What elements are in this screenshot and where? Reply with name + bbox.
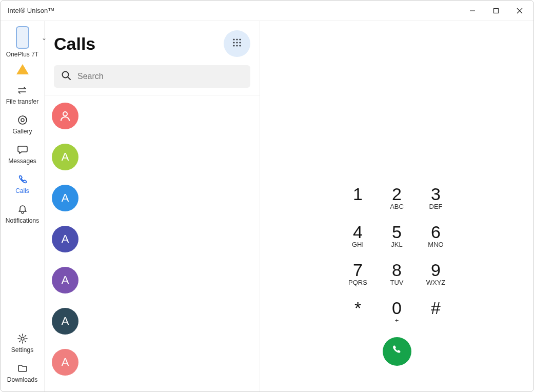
dialpad-key-0[interactable]: 0+ xyxy=(378,298,417,334)
sidebar-item-label: File transfer xyxy=(6,98,38,105)
dialpad-key-8[interactable]: 8TUV xyxy=(378,260,417,296)
call-button[interactable] xyxy=(383,337,411,366)
contact-avatar[interactable] xyxy=(52,103,78,129)
svg-point-13 xyxy=(233,45,234,46)
svg-point-18 xyxy=(63,112,67,116)
contacts-list[interactable]: AAAAAA xyxy=(45,95,260,391)
search-input[interactable] xyxy=(77,72,243,81)
device-selector[interactable]: ⌄ OnePlus 7T xyxy=(6,26,38,58)
sidebar-item-messages[interactable]: Messages xyxy=(1,140,44,169)
dialpad-key-5[interactable]: 5JKL xyxy=(378,222,417,258)
svg-line-17 xyxy=(68,77,71,80)
contact-avatar[interactable]: A xyxy=(52,349,78,376)
gear-icon xyxy=(17,333,28,344)
dialpad: 12ABC3DEF4GHI5JKL6MNO7PQRS8TUV9WXYZ*0+# xyxy=(339,184,456,334)
device-label: OnePlus 7T xyxy=(6,51,38,58)
dialpad-key-7[interactable]: 7PQRS xyxy=(339,260,378,296)
svg-point-8 xyxy=(236,38,238,40)
sidebar-item-label: Downloads xyxy=(7,376,37,383)
sidebar-item-label: Settings xyxy=(11,346,33,354)
svg-rect-1 xyxy=(494,8,499,13)
dialpad-key-3[interactable]: 3DEF xyxy=(417,184,456,220)
svg-point-11 xyxy=(236,42,238,43)
messages-icon xyxy=(17,144,28,155)
contact-avatar[interactable]: A xyxy=(52,185,78,211)
svg-point-6 xyxy=(21,337,24,340)
contact-avatar[interactable]: A xyxy=(52,308,78,335)
sidebar-item-file-transfer[interactable]: File transfer xyxy=(1,81,44,109)
svg-point-5 xyxy=(21,119,24,122)
dialpad-key-#[interactable]: # xyxy=(417,298,456,334)
svg-point-15 xyxy=(239,45,241,46)
sidebar-item-label: Gallery xyxy=(12,128,32,135)
svg-point-9 xyxy=(239,38,241,40)
dialpad-key-2[interactable]: 2ABC xyxy=(378,184,417,220)
svg-point-16 xyxy=(63,72,69,78)
dialpad-key-9[interactable]: 9WXYZ xyxy=(417,260,456,296)
sidebar-item-label: Calls xyxy=(15,187,29,194)
sidebar-item-label: Notifications xyxy=(6,217,39,224)
sidebar-item-gallery[interactable]: Gallery xyxy=(1,110,44,139)
gallery-icon xyxy=(17,114,28,126)
contact-avatar[interactable]: A xyxy=(52,144,78,170)
folder-icon xyxy=(17,363,28,374)
dialpad-icon xyxy=(232,37,242,50)
calls-panel: Calls AAAAAA xyxy=(45,21,260,391)
dialpad-toggle-button[interactable] xyxy=(224,30,250,57)
titlebar: Intel® Unison™ xyxy=(1,1,533,21)
phone-call-icon xyxy=(17,174,28,185)
svg-point-12 xyxy=(239,42,241,43)
sidebar-item-calls[interactable]: Calls xyxy=(1,170,44,199)
sidebar-item-settings[interactable]: Settings xyxy=(1,329,44,358)
svg-point-10 xyxy=(233,42,234,43)
sidebar-item-notifications[interactable]: Notifications xyxy=(1,200,44,228)
page-title: Calls xyxy=(54,34,95,54)
search-icon xyxy=(61,70,71,83)
bell-icon xyxy=(17,204,28,215)
dialpad-key-4[interactable]: 4GHI xyxy=(339,222,378,258)
transfer-icon xyxy=(17,85,28,96)
sidebar: ⌄ OnePlus 7T File transfer Gallery Messa… xyxy=(1,21,45,391)
close-button[interactable] xyxy=(508,3,531,19)
phone-icon xyxy=(16,26,29,49)
svg-point-7 xyxy=(233,38,234,40)
contact-avatar[interactable]: A xyxy=(52,226,78,252)
dialer-panel: 12ABC3DEF4GHI5JKL6MNO7PQRS8TUV9WXYZ*0+# xyxy=(260,21,533,391)
phone-handset-icon xyxy=(391,344,403,359)
warning-icon[interactable] xyxy=(16,64,29,74)
minimize-button[interactable] xyxy=(461,3,484,19)
svg-point-14 xyxy=(236,45,238,46)
dialpad-key-6[interactable]: 6MNO xyxy=(417,222,456,258)
window-title: Intel® Unison™ xyxy=(8,7,461,14)
chevron-down-icon: ⌄ xyxy=(42,34,47,42)
contact-avatar[interactable]: A xyxy=(52,267,78,293)
sidebar-item-label: Messages xyxy=(8,158,36,165)
dialpad-key-*[interactable]: * xyxy=(339,298,378,334)
search-box[interactable] xyxy=(54,65,250,88)
maximize-button[interactable] xyxy=(484,3,508,19)
dialpad-key-1[interactable]: 1 xyxy=(339,184,378,220)
sidebar-item-downloads[interactable]: Downloads xyxy=(1,359,44,387)
